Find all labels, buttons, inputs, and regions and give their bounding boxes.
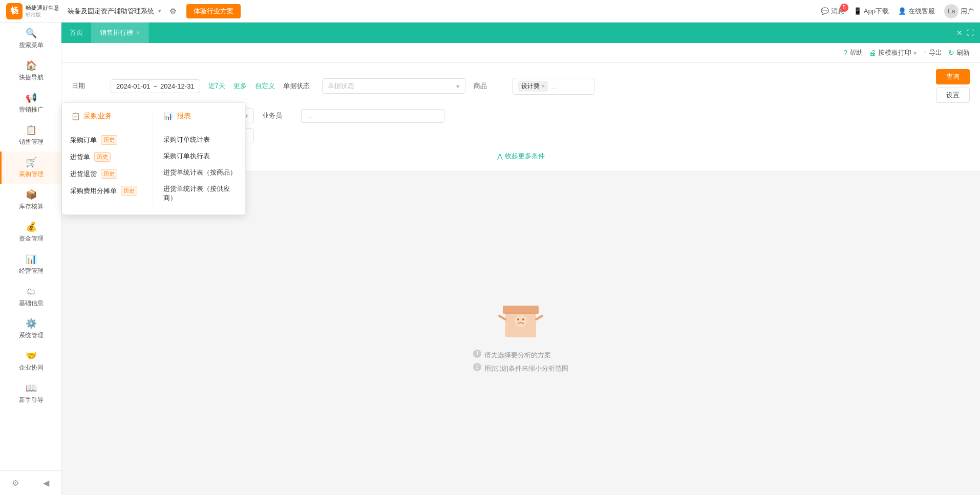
online-service-btn[interactable]: 👤 在线客服 <box>898 7 935 16</box>
logo-text: 畅捷通好生意 标准版 <box>26 4 59 18</box>
status-label: 单据状态 <box>283 81 314 91</box>
export-btn[interactable]: ↑ 导出 <box>923 48 942 57</box>
dropdown-item-return[interactable]: 进货退货 历史 <box>70 165 144 182</box>
status-select[interactable]: 单据状态 ▾ <box>322 78 465 94</box>
dropdown-item-order-exec-label: 采购订单执行表 <box>163 152 210 161</box>
salesman-more-icon[interactable]: ... <box>307 112 312 120</box>
basic-info-icon: 🗂 <box>26 286 37 297</box>
date-quick-more[interactable]: 更多 <box>233 81 247 91</box>
dropdown-item-order-stats-label: 采购订单统计表 <box>163 135 210 144</box>
sidebar-item-purchase-label: 采购管理 <box>19 170 44 179</box>
dropdown-item-inbound-label: 进货单 <box>70 153 90 162</box>
sidebar-item-search[interactable]: 🔍 搜索菜单 <box>0 23 61 55</box>
user-btn[interactable]: Ea 用户 <box>944 4 974 18</box>
history-badge-2: 历史 <box>94 152 111 162</box>
print-label: 按模板打印 <box>878 48 911 57</box>
date-quick-7days[interactable]: 近7天 <box>208 81 225 91</box>
sidebar-item-purchase[interactable]: 🛒 采购管理 <box>0 152 61 184</box>
goods-label: 商品 <box>474 81 504 91</box>
logo-area: 畅 畅捷通好生意 标准版 <box>6 3 68 19</box>
date-range-input[interactable]: 2024-01-01 ~ 2024-12-31 <box>111 79 200 93</box>
tab-home[interactable]: 首页 <box>61 23 92 43</box>
collapse-btn[interactable]: ⋀ 收起更多条件 <box>497 147 545 165</box>
query-btn[interactable]: 查询 <box>936 69 970 84</box>
sales-icon: 📋 <box>26 124 37 136</box>
empty-illustration <box>490 291 551 342</box>
collapse-label: 收起更多条件 <box>505 152 545 161</box>
sidebar-item-operations[interactable]: 📊 经营管理 <box>0 248 61 281</box>
sidebar: 🔍 搜索菜单 🏠 快捷导航 📢 营销推广 📋 销售管理 🛒 采购管理 📦 库存核… <box>0 23 61 495</box>
date-quick-custom[interactable]: 自定义 <box>255 81 275 91</box>
app-download-label: App下载 <box>864 7 889 16</box>
sidebar-item-inventory[interactable]: 📦 库存核算 <box>0 184 61 216</box>
dropdown-item-order-stats[interactable]: 采购订单统计表 <box>163 132 238 148</box>
purchase-col-icon: 📋 <box>70 111 80 121</box>
tab-sales-rank-label: 销售排行榜 <box>100 28 133 37</box>
empty-svg <box>490 291 551 342</box>
svg-rect-1 <box>503 306 539 314</box>
refresh-icon: ↻ <box>948 49 954 57</box>
guide-icon: 📖 <box>26 382 37 394</box>
dropdown-item-inbound[interactable]: 进货单 历史 <box>70 148 144 165</box>
avatar: Ea <box>944 4 958 18</box>
sidebar-item-quick-nav[interactable]: 🏠 快捷导航 <box>0 55 61 87</box>
sidebar-item-marketing[interactable]: 📢 营销推广 <box>0 87 61 119</box>
industry-btn[interactable]: 体验行业方案 <box>186 4 241 18</box>
goods-more-icon[interactable]: ... <box>551 82 557 90</box>
service-icon: 👤 <box>898 7 906 15</box>
sidebar-item-sales[interactable]: 📋 销售管理 <box>0 119 61 152</box>
export-label: 导出 <box>929 48 942 57</box>
purchase-icon: 🛒 <box>26 157 37 168</box>
salesman-input[interactable]: ... <box>301 109 444 123</box>
date-range-start: 2024-01-01 <box>116 82 151 90</box>
user-label: 用户 <box>961 7 974 16</box>
tab-sales-rank[interactable]: 销售排行榜 × <box>92 23 148 43</box>
dropdown-item-order-exec[interactable]: 采购订单执行表 <box>163 148 238 164</box>
filter-settings-btn[interactable]: 设置 <box>936 88 970 103</box>
date-range-sep: ~ <box>154 82 158 90</box>
tab-maximize-icon[interactable]: ⛶ <box>967 29 974 37</box>
operations-icon: 📊 <box>26 253 37 265</box>
dropdown-item-inbound-stats-supplier[interactable]: 进货单统计表（按供应商） <box>163 181 238 206</box>
sidebar-item-search-label: 搜索菜单 <box>19 41 44 50</box>
tab-close-icon[interactable]: × <box>136 29 140 36</box>
dropdown-item-purchase-order[interactable]: 采购订单 历史 <box>70 132 144 148</box>
inventory-icon: 📦 <box>26 189 37 200</box>
sidebar-item-guide[interactable]: 📖 新手引导 <box>0 377 61 410</box>
history-badge-3: 历史 <box>101 169 117 179</box>
settings-icon[interactable]: ⚙ <box>169 7 176 16</box>
sidebar-item-system[interactable]: ⚙️ 系统管理 <box>0 313 61 345</box>
svg-point-2 <box>515 315 527 327</box>
search-icon: 🔍 <box>26 28 37 39</box>
print-chevron-icon[interactable]: ▾ <box>913 49 917 57</box>
dropdown-col-reports: 📊 报表 采购订单统计表 采购订单执行表 进货单统计表（按商品） 进货单统计表（… <box>153 111 238 206</box>
finance-icon: 💰 <box>26 221 37 232</box>
help-icon: ? <box>843 49 847 57</box>
help-btn[interactable]: ? 帮助 <box>843 48 863 57</box>
tab-bar-right: ✕ ⛶ <box>956 29 980 37</box>
tab-close-all-icon[interactable]: ✕ <box>956 29 963 37</box>
sidebar-item-basic-info[interactable]: 🗂 基础信息 <box>0 281 61 313</box>
sidebar-item-enterprise[interactable]: 🤝 企业协同 <box>0 345 61 377</box>
goods-tag-close[interactable]: × <box>542 83 545 89</box>
app-download-btn[interactable]: 📱 App下载 <box>854 7 889 16</box>
page-header: ? 帮助 🖨 按模板打印 ▾ ↑ 导出 ↻ 刷新 <box>61 43 980 63</box>
message-btn[interactable]: 💬 消息 5 <box>821 7 844 16</box>
refresh-btn[interactable]: ↻ 刷新 <box>948 48 970 57</box>
sidebar-item-operations-label: 经营管理 <box>19 267 44 275</box>
sidebar-item-finance[interactable]: 💰 资金管理 <box>0 216 61 248</box>
system-title-area: 装备及固定资产辅助管理系统 ▾ ⚙ 体验行业方案 <box>68 4 241 18</box>
svg-line-5 <box>499 316 505 319</box>
goods-input[interactable]: 设计费 × ... <box>513 78 594 95</box>
empty-tip-2: 2 用[过滤]条件来缩小分析范围 <box>473 362 568 375</box>
dropdown-item-expense[interactable]: 采购费用分摊单 历史 <box>70 182 144 199</box>
empty-tip-1: 1 请先选择要分析的方案 <box>473 349 568 362</box>
dropdown-item-inbound-stats-supplier-label: 进货单统计表（按供应商） <box>163 184 238 203</box>
sidebar-settings-btn[interactable]: ⚙ <box>10 476 21 490</box>
dropdown-item-inbound-stats-goods-label: 进货单统计表（按商品） <box>163 168 237 177</box>
status-placeholder: 单据状态 <box>328 81 354 91</box>
print-btn[interactable]: 🖨 按模板打印 ▾ <box>869 48 917 57</box>
dropdown-item-inbound-stats-goods[interactable]: 进货单统计表（按商品） <box>163 164 238 181</box>
system-title-chevron[interactable]: ▾ <box>158 8 161 14</box>
sidebar-collapse-btn[interactable]: ◀ <box>41 476 51 490</box>
